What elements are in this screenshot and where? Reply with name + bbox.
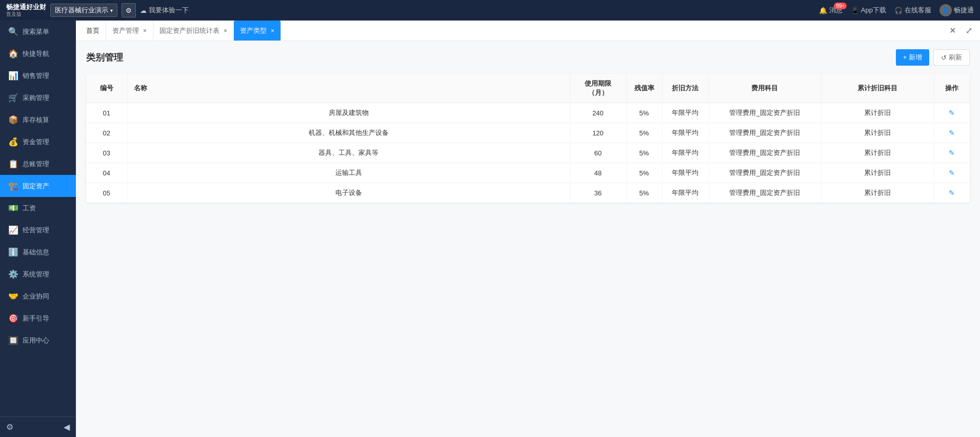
- sidebar-item-label: 工资: [23, 204, 36, 213]
- tab-depreciation-label: 固定资产折旧统计表: [159, 26, 219, 35]
- sidebar-item-app-center[interactable]: 🔲 应用中心: [0, 329, 76, 351]
- tab-expand-btn[interactable]: ⤢: [962, 24, 976, 38]
- payroll-icon: 💵: [8, 203, 18, 213]
- user-label: 畅捷通: [954, 6, 974, 15]
- cloud-icon: ☁: [140, 7, 147, 14]
- cell-expense-4: 管理费用_固定资产折旧: [708, 183, 821, 203]
- cell-months-2: 60: [570, 143, 626, 163]
- experience-label: 我要体验一下: [149, 6, 189, 15]
- customer-service-btn[interactable]: 🎧 在线客服: [894, 6, 931, 15]
- sidebar-item-tutorial[interactable]: 🎯 新手引导: [0, 307, 76, 329]
- col-header-code: 编号: [86, 74, 127, 103]
- edit-icon[interactable]: ✎: [949, 109, 955, 117]
- cell-accum-1: 累计折旧: [821, 123, 934, 143]
- cell-action-3[interactable]: ✎: [934, 163, 970, 183]
- table-row: 05 电子设备 36 5% 年限平均 管理费用_固定资产折旧 累计折旧 ✎: [86, 183, 970, 203]
- content-area: 首页 资产管理 × 固定资产折旧统计表 × 资产类型 × ✕ ⤢ 类: [76, 21, 980, 437]
- edit-icon[interactable]: ✎: [949, 169, 955, 177]
- notifications-btn[interactable]: 🔔 消息 99+: [819, 6, 843, 15]
- col-header-rate: 残值率: [626, 74, 662, 103]
- cell-name-2: 器具、工具、家具等: [127, 143, 570, 163]
- sidebar-item-label: 经营管理: [23, 226, 49, 235]
- top-bar-left: 畅捷通好业财 普及版 医疗器械行业演示 ▾ ⚙ ☁ 我要体验一下: [6, 3, 189, 17]
- system-icon: ⚙️: [8, 269, 18, 279]
- ledger-icon: 📋: [8, 159, 18, 169]
- sidebar-item-finance[interactable]: 💰 资金管理: [0, 131, 76, 153]
- sidebar-item-label: 搜索菜单: [23, 27, 49, 36]
- app-download-btn[interactable]: 📱 App下载: [851, 6, 886, 15]
- cell-name-0: 房屋及建筑物: [127, 103, 570, 123]
- page-header: 类别管理 + 新增 ↺ 刷新: [86, 49, 970, 66]
- tab-close-icon[interactable]: ×: [224, 27, 227, 34]
- assets-icon: 🏗️: [8, 181, 18, 191]
- sidebar-item-label: 库存核算: [23, 115, 49, 125]
- tab-close-icon[interactable]: ×: [271, 27, 274, 34]
- cell-months-3: 48: [570, 163, 626, 183]
- tab-close-icon[interactable]: ×: [143, 27, 147, 34]
- user-menu-btn[interactable]: 👤 畅捷通: [939, 4, 974, 16]
- sidebar-item-base-info[interactable]: ℹ️ 基础信息: [0, 241, 76, 263]
- app-center-icon: 🔲: [8, 335, 18, 345]
- table-row: 01 房屋及建筑物 240 5% 年限平均 管理费用_固定资产折旧 累计折旧 ✎: [86, 103, 970, 123]
- sidebar-item-label: 快捷导航: [23, 49, 49, 58]
- cell-action-2[interactable]: ✎: [934, 143, 970, 163]
- sidebar-item-purchase[interactable]: 🛒 采购管理: [0, 87, 76, 109]
- company-selector[interactable]: 医疗器械行业演示 ▾: [50, 4, 117, 17]
- asset-type-table: 编号 名称 使用期限（月） 残值率 折旧方法 费用科目 累计折旧科目 操作 01…: [86, 74, 970, 203]
- tab-depreciation-table[interactable]: 固定资产折旧统计表 ×: [153, 21, 234, 41]
- sidebar-item-label: 采购管理: [23, 93, 49, 103]
- cell-code-0: 01: [86, 103, 127, 123]
- sidebar-item-ledger[interactable]: 📋 总账管理: [0, 153, 76, 175]
- refresh-button[interactable]: ↺ 刷新: [933, 49, 970, 66]
- cell-name-1: 机器、机械和其他生产设备: [127, 123, 570, 143]
- cell-action-1[interactable]: ✎: [934, 123, 970, 143]
- sidebar-item-search[interactable]: 🔍 搜索菜单: [0, 21, 76, 43]
- search-icon: 🔍: [8, 27, 18, 36]
- cell-code-3: 04: [86, 163, 127, 183]
- top-bar-right: 🔔 消息 99+ 📱 App下载 🎧 在线客服 👤 畅捷通: [819, 4, 974, 16]
- sidebar-item-operations[interactable]: 📈 经营管理: [0, 219, 76, 241]
- cell-method-4: 年限平均: [662, 183, 708, 203]
- tab-close-all-btn[interactable]: ✕: [945, 24, 959, 38]
- new-button[interactable]: + 新增: [896, 49, 929, 66]
- cell-action-4[interactable]: ✎: [934, 183, 970, 203]
- avatar: 👤: [939, 4, 952, 16]
- tab-home[interactable]: 首页: [80, 21, 106, 41]
- sidebar-item-sales[interactable]: 📊 销售管理: [0, 65, 76, 87]
- settings-icon-btn[interactable]: ⚙: [122, 3, 136, 17]
- cell-rate-0: 5%: [626, 103, 662, 123]
- refresh-label: 刷新: [949, 53, 962, 62]
- edit-icon[interactable]: ✎: [949, 149, 955, 157]
- settings-bottom-icon[interactable]: ⚙: [6, 422, 13, 432]
- cell-method-3: 年限平均: [662, 163, 708, 183]
- sidebar-bottom: ⚙ ◀: [0, 416, 76, 437]
- sidebar-item-system[interactable]: ⚙️ 系统管理: [0, 263, 76, 285]
- experience-button[interactable]: ☁ 我要体验一下: [140, 6, 189, 15]
- header-actions: + 新增 ↺ 刷新: [896, 49, 970, 66]
- cell-action-0[interactable]: ✎: [934, 103, 970, 123]
- box-icon: 📦: [8, 115, 18, 125]
- tab-asset-management-label: 资产管理: [112, 26, 139, 35]
- top-bar: 畅捷通好业财 普及版 医疗器械行业演示 ▾ ⚙ ☁ 我要体验一下 🔔 消息 99…: [0, 0, 980, 21]
- cart-icon: 🛒: [8, 93, 18, 103]
- edit-icon[interactable]: ✎: [949, 189, 955, 197]
- tab-home-label: 首页: [86, 26, 99, 35]
- cell-accum-4: 累计折旧: [821, 183, 934, 203]
- sidebar-item-fixed-assets[interactable]: 🏗️ 固定资产: [0, 175, 76, 197]
- cell-expense-1: 管理费用_固定资产折旧: [708, 123, 821, 143]
- sidebar-item-payroll[interactable]: 💵 工资: [0, 197, 76, 219]
- data-table: 编号 名称 使用期限（月） 残值率 折旧方法 费用科目 累计折旧科目 操作 01…: [86, 74, 970, 203]
- col-header-name: 名称: [127, 74, 570, 103]
- cell-rate-1: 5%: [626, 123, 662, 143]
- collapse-icon[interactable]: ◀: [64, 422, 70, 432]
- sidebar-item-quick-nav[interactable]: 🏠 快捷导航: [0, 43, 76, 65]
- edit-icon[interactable]: ✎: [949, 129, 955, 137]
- brand-logo: 畅捷通好业财 普及版: [6, 3, 46, 17]
- cell-accum-3: 累计折旧: [821, 163, 934, 183]
- tab-asset-type[interactable]: 资产类型 ×: [234, 21, 281, 41]
- tab-asset-management[interactable]: 资产管理 ×: [106, 21, 153, 41]
- sidebar-item-inventory[interactable]: 📦 库存核算: [0, 109, 76, 131]
- cell-expense-3: 管理费用_固定资产折旧: [708, 163, 821, 183]
- sidebar-item-collaboration[interactable]: 🤝 企业协同: [0, 285, 76, 307]
- notifications-badge: 99+: [834, 3, 846, 9]
